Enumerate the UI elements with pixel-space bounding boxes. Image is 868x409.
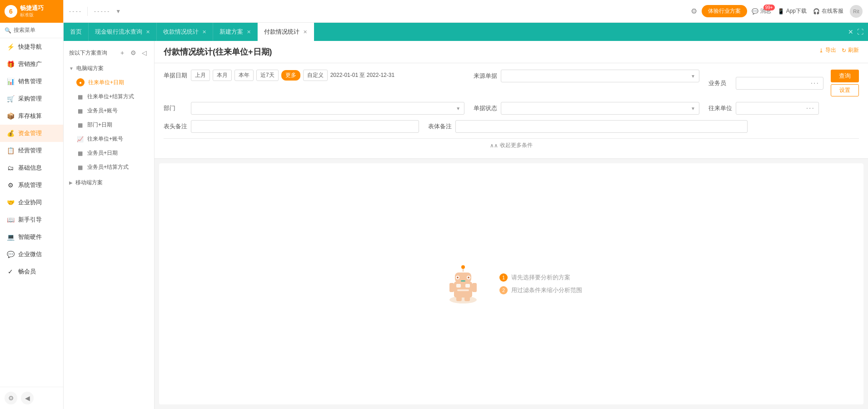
sidebar-item-enterprise[interactable]: 🤝 企业协同 — [0, 194, 63, 211]
filter-source: 来源单据 ▼ — [474, 70, 699, 82]
partner-dots-icon[interactable]: ··· — [806, 104, 815, 112]
online-service-btn[interactable]: 🎧 在线客服 — [813, 7, 843, 15]
message-btn[interactable]: 💬 消息 99+ — [752, 7, 771, 15]
scheme-item-staff-date[interactable]: ▦ 业务员+日期 — [64, 146, 154, 160]
sidebar-item-system[interactable]: ⚙ 系统管理 — [0, 177, 63, 194]
svg-rect-13 — [456, 297, 462, 301]
date-btn-this-year[interactable]: 本年 — [234, 70, 254, 81]
scheme-item-unit-account[interactable]: 📈 往来单位+账号 — [64, 132, 154, 146]
close-window-btn[interactable]: ✕ — [848, 28, 853, 35]
sidebar-item-weixin[interactable]: 💬 企业微信 — [0, 246, 63, 263]
svg-rect-12 — [472, 283, 477, 292]
sidebar-item-guide[interactable]: 📖 新手引导 — [0, 211, 63, 228]
topbar-settings-btn[interactable]: ⚙ — [691, 7, 697, 15]
sidebar-item-basic[interactable]: 🗂 基础信息 — [0, 159, 63, 177]
new-tab-close[interactable]: ✕ — [247, 29, 251, 35]
sidebar-item-sales[interactable]: 📊 销售管理 — [0, 73, 63, 90]
desktop-group-title[interactable]: ▼ 电脑端方案 — [64, 62, 154, 75]
headset-icon: 🎧 — [813, 8, 820, 15]
company-name: - - - - - — [94, 8, 109, 15]
date-btn-last-month[interactable]: 上月 — [191, 70, 210, 81]
logo-sub: 标准版 — [20, 12, 44, 18]
sidebar-label: 企业协同 — [18, 198, 42, 207]
tab-receipt[interactable]: 收款情况统计 ✕ — [157, 23, 213, 41]
collapse-sidebar-btn[interactable]: ◀ — [21, 392, 34, 404]
svg-point-8 — [457, 277, 459, 278]
scheme-item-dept-date[interactable]: ▦ 部门+日期 — [64, 118, 154, 132]
scheme-item-unit-date[interactable]: ● 往来单位+日期 — [64, 75, 154, 90]
status-select[interactable]: ▼ — [501, 102, 699, 115]
table-icon: ▦ — [76, 121, 84, 129]
guide-icon: 📖 — [6, 216, 15, 224]
settings-bottom-btn[interactable]: ⚙ — [5, 392, 17, 404]
sidebar-label: 系统管理 — [18, 181, 42, 189]
bank-tab-close[interactable]: ✕ — [146, 29, 150, 35]
date-btn-custom[interactable]: 自定义 — [303, 70, 328, 81]
maximize-window-btn[interactable]: ⛶ — [857, 28, 863, 35]
date-btn-this-month[interactable]: 本月 — [213, 70, 232, 81]
collapse-panel-btn[interactable]: ◁ — [140, 48, 149, 57]
tab-payment[interactable]: 付款情况统计 ✕ — [258, 23, 314, 41]
date-btn-more[interactable]: 更多 — [281, 70, 300, 81]
source-arrow-icon: ▼ — [691, 74, 695, 79]
status-label: 单据状态 — [474, 104, 497, 112]
sidebar-label: 库存核算 — [18, 112, 42, 120]
staff-dots-icon[interactable]: ··· — [811, 79, 819, 87]
dropdown-arrow[interactable]: ▼ — [115, 8, 121, 15]
sidebar-search[interactable]: 🔍 搜索菜单 — [0, 23, 63, 38]
date-content: 上月 本月 本年 近7天 更多 自定义 2022-01-01 至 2022-12… — [191, 70, 464, 81]
dept-select[interactable]: ▼ — [191, 102, 464, 115]
header-note-input[interactable] — [191, 120, 419, 133]
source-select[interactable]: ▼ — [501, 70, 699, 82]
hint-text-2: 用过滤条件来缩小分析范围 — [511, 286, 582, 294]
sidebar-label: 营销推广 — [18, 60, 42, 68]
scheme-settings-btn[interactable]: ⚙ — [129, 48, 138, 57]
phone-icon: 📱 — [778, 8, 784, 15]
staff-select[interactable]: ··· — [736, 77, 823, 90]
mobile-scheme-group: ▶ 移动端方案 — [64, 176, 154, 189]
sidebar-item-capital[interactable]: 💰 资金管理 — [0, 125, 63, 142]
partner-select[interactable]: ··· — [736, 102, 819, 115]
export-btn[interactable]: ⤓ 导出 — [819, 46, 836, 54]
member-icon: ✓ — [6, 268, 15, 276]
left-panel-header-btns: + ⚙ ◁ — [118, 48, 149, 57]
sidebar-label: 智能硬件 — [18, 233, 42, 241]
scheme-item-staff-settlement[interactable]: ▦ 业务员+结算方式 — [64, 160, 154, 174]
collapse-filter-btn[interactable]: ∧∧ 收起更多条件 — [164, 138, 859, 152]
date-btn-7days[interactable]: 近7天 — [256, 70, 279, 81]
payment-tab-close[interactable]: ✕ — [303, 29, 307, 35]
query-button[interactable]: 查询 — [831, 70, 859, 82]
user-avatar[interactable]: Rit — [850, 5, 863, 18]
tab-bank[interactable]: 现金银行流水查询 ✕ — [89, 23, 157, 41]
table-icon: ▦ — [76, 164, 84, 171]
sidebar-item-marketing[interactable]: 🎁 营销推广 — [0, 56, 63, 73]
refresh-icon: ↻ — [842, 47, 846, 54]
logo-icon: 6 — [5, 5, 17, 18]
refresh-btn[interactable]: ↻ 刷新 — [842, 46, 859, 54]
sidebar-item-member[interactable]: ✓ 畅会员 — [0, 263, 63, 280]
add-scheme-btn[interactable]: + — [118, 48, 127, 57]
page-header: 付款情况统计(往来单位+日期) ⤓ 导出 ↻ 刷新 — [155, 41, 868, 63]
tab-home[interactable]: 首页 — [64, 23, 89, 41]
sidebar-item-inventory[interactable]: 📦 库存核算 — [0, 107, 63, 125]
app-download-btn[interactable]: 📱 App下载 — [778, 7, 807, 15]
sidebar-item-purchase[interactable]: 🛒 采购管理 — [0, 90, 63, 107]
mobile-group-title[interactable]: ▶ 移动端方案 — [64, 176, 154, 189]
filter-header-note: 表头备注 — [164, 120, 419, 133]
page-header-actions: ⤓ 导出 ↻ 刷新 — [819, 46, 859, 60]
marketing-icon: 🎁 — [6, 60, 15, 68]
try-industry-btn[interactable]: 体验行业方案 — [702, 5, 747, 17]
scheme-item-staff-account[interactable]: ▦ 业务员+账号 — [64, 104, 154, 118]
sidebar-item-hardware[interactable]: 💻 智能硬件 — [0, 228, 63, 246]
sidebar-label: 经营管理 — [18, 146, 42, 155]
settings-button[interactable]: 设置 — [831, 84, 859, 96]
scheme-item-unit-settlement[interactable]: ▦ 往来单位+结算方式 — [64, 90, 154, 104]
receipt-tab-close[interactable]: ✕ — [202, 29, 206, 35]
sidebar-item-quicknav[interactable]: ⚡ 快捷导航 — [0, 38, 63, 56]
svg-rect-4 — [457, 289, 469, 291]
body-note-input[interactable] — [455, 120, 748, 133]
tab-new[interactable]: 新建方案 ✕ — [213, 23, 258, 41]
panel-header-label: 按以下方案查询 — [69, 49, 107, 57]
sidebar-item-operations[interactable]: 📋 经营管理 — [0, 142, 63, 159]
mobile-group-label: 移动端方案 — [75, 179, 103, 187]
